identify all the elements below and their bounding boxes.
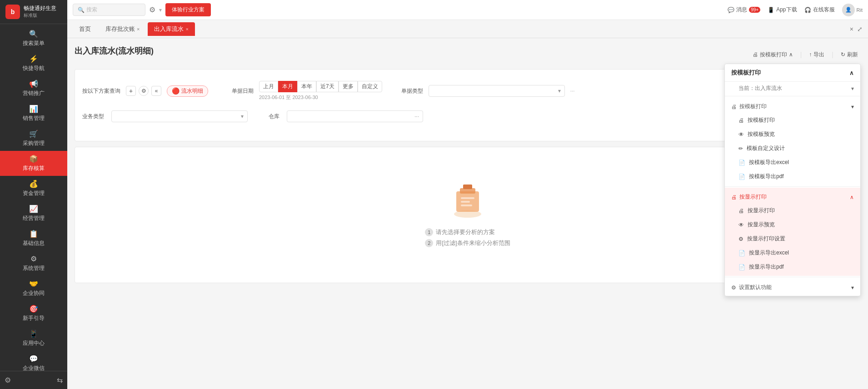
business-label: 业务类型 — [82, 113, 104, 120]
date-btn-last-month[interactable]: 上月 — [259, 81, 278, 92]
template-print-item-5[interactable]: 📄 按模板导出pdf — [725, 170, 860, 184]
tab-current-close[interactable]: × — [185, 26, 188, 32]
topbar-gear-icon[interactable]: ⚙ — [149, 5, 155, 14]
display-print-icon: 🖨 — [731, 194, 737, 200]
empty-icon-svg — [447, 180, 488, 221]
sidebar-item-sales[interactable]: 📊 销售管理 — [0, 101, 67, 126]
sidebar-item-label: 搜索菜单 — [23, 40, 45, 47]
type-select[interactable]: ▾ — [429, 85, 565, 97]
tabs-bar: 首页 库存批次账 × 出入库流水 × × ⤢ — [67, 20, 868, 38]
search-icon: 🔍 — [29, 30, 38, 38]
message-icon: 💬 — [728, 7, 734, 13]
display-print-header[interactable]: 🖨 按显示打印 ∧ — [725, 190, 860, 204]
sidebar-item-basic[interactable]: 📋 基础信息 — [0, 226, 67, 251]
scheme-gear-btn[interactable]: ⚙ — [139, 86, 149, 96]
sidebar-item-marketing[interactable]: 📢 营销推广 — [0, 76, 67, 101]
system-icon: ⚙ — [30, 254, 37, 263]
tab-home[interactable]: 首页 — [73, 22, 97, 36]
tab-inventory-batch-close[interactable]: × — [137, 26, 140, 32]
display-icon-2: 👁 — [738, 222, 744, 228]
online-service-btn[interactable]: 🎧 在线客服 — [804, 6, 835, 14]
display-print-item-5[interactable]: 📄 按显示导出pdf — [725, 260, 860, 274]
date-btn-this-month[interactable]: 本月 — [278, 81, 297, 92]
template-print-header[interactable]: 🖨 按模板打印 ▾ — [725, 99, 860, 113]
wechat-icon: 💬 — [29, 354, 38, 363]
date-btn-custom[interactable]: 自定义 — [358, 81, 382, 92]
template-print-item-4[interactable]: 📄 按模板导出excel — [725, 155, 860, 170]
sidebar-item-purchase[interactable]: 🛒 采购管理 — [0, 126, 67, 151]
sidebar-item-search[interactable]: 🔍 搜索菜单 — [0, 26, 67, 51]
sidebar-item-enterprise[interactable]: 🤝 企业协同 — [0, 276, 67, 301]
warehouse-select[interactable]: ··· — [287, 110, 423, 122]
marketing-icon: 📢 — [29, 80, 38, 88]
user-name: Rit — [857, 7, 863, 13]
template-print-item-1[interactable]: 🖨 按模板打印 — [725, 113, 860, 127]
operations-icon: 📈 — [29, 204, 38, 213]
sidebar-item-inventory[interactable]: 📦 库存核算 — [0, 151, 67, 176]
date-btn-7days[interactable]: 近7天 — [316, 81, 339, 92]
display-print-item-3[interactable]: ⚙ 按显示打印设置 — [725, 232, 860, 246]
print-btn[interactable]: 🖨 按模板打印 ∧ — [750, 49, 796, 60]
dropdown-current[interactable]: 当前：出入库流水 ▾ — [725, 82, 860, 95]
display-icon-1: 🖨 — [738, 208, 744, 214]
logo-icon: b — [5, 5, 20, 19]
sidebar-item-system[interactable]: ⚙ 系统管理 — [0, 251, 67, 276]
user-area[interactable]: 👤 Rit — [842, 4, 863, 16]
template-print-label: 按模板打印 — [739, 103, 767, 110]
trial-btn[interactable]: 体验行业方案 — [165, 3, 211, 16]
app-edition: 标准版 — [24, 12, 56, 19]
svg-rect-5 — [461, 201, 470, 203]
type-label: 单据类型 — [401, 87, 423, 95]
default-func-section: ⚙ 设置默认功能 ▾ — [725, 278, 860, 296]
window-expand-btn[interactable]: ⤢ — [857, 25, 863, 33]
topbar-right: 💬 消息 99+ 📱 App下载 🎧 在线客服 👤 Rit — [728, 4, 863, 16]
sidebar-item-finance[interactable]: 💰 资金管理 — [0, 176, 67, 201]
business-select[interactable]: ▾ — [111, 110, 248, 122]
sidebar-item-wechat[interactable]: 💬 企业微信 — [0, 351, 67, 371]
warehouse-select-arrow: ··· — [414, 113, 419, 120]
sidebar-item-guide[interactable]: 🎯 新手引导 — [0, 301, 67, 326]
sidebar-item-label: 快捷导航 — [23, 65, 45, 72]
app-logo: b 畅捷通好生意 标准版 — [0, 0, 67, 24]
toolbar-separator2: | — [832, 51, 833, 58]
topbar-search-box[interactable]: 🔍 搜索 — [73, 4, 145, 16]
display-label-1: 按显示打印 — [748, 207, 775, 214]
sidebar-item-label: 基础信息 — [23, 239, 45, 247]
display-print-item-1[interactable]: 🖨 按显示打印 — [725, 204, 860, 218]
topbar-dropdown-icon[interactable]: ▾ — [159, 7, 162, 13]
window-close-btn[interactable]: × — [850, 25, 853, 33]
template-print-item-3[interactable]: ✏ 模板自定义设计 — [725, 141, 860, 155]
toolbar-separator1: | — [800, 51, 802, 58]
sidebar-item-shortcut[interactable]: ⚡ 快捷导航 — [0, 51, 67, 76]
date-btn-more[interactable]: 更多 — [339, 81, 358, 92]
dropdown-collapse-icon[interactable]: ∧ — [849, 70, 854, 76]
active-filter-chip[interactable]: 🔴 流水明细 — [167, 85, 208, 97]
settings-bottom-icon[interactable]: ⚙ — [5, 376, 11, 384]
type-more-icon[interactable]: ··· — [570, 88, 575, 94]
dropdown-divider-3 — [725, 277, 860, 277]
refresh-btn[interactable]: ↻ 刷新 — [838, 49, 861, 60]
display-print-item-2[interactable]: 👁 按显示预览 — [725, 218, 860, 232]
expand-icon[interactable]: ⇆ — [57, 376, 63, 384]
sidebar-item-apps[interactable]: 📱 应用中心 — [0, 326, 67, 351]
message-btn[interactable]: 💬 消息 99+ — [728, 6, 760, 14]
template-print-item-2[interactable]: 👁 按模板预览 — [725, 127, 860, 141]
scheme-collapse-btn[interactable]: « — [151, 86, 161, 96]
type-select-arrow: ▾ — [558, 88, 561, 94]
page-content: 出入库流水(流水明细) 🖨 按模板打印 ∧ | ↑ 导出 | ↻ 刷新 — [67, 38, 868, 389]
tab-inventory-batch[interactable]: 库存批次账 × — [99, 22, 146, 36]
app-download-btn[interactable]: 📱 App下载 — [768, 6, 797, 14]
default-func-header[interactable]: ⚙ 设置默认功能 ▾ — [725, 280, 860, 294]
item-icon-1: 🖨 — [738, 117, 744, 124]
item-label-5: 按模板导出pdf — [749, 173, 784, 180]
guide-icon: 🎯 — [29, 304, 38, 313]
sidebar-item-operations[interactable]: 📈 经营管理 — [0, 201, 67, 226]
export-btn[interactable]: ↑ 导出 — [806, 49, 827, 60]
print-label: 按模板打印 — [760, 51, 787, 59]
item-icon-5: 📄 — [738, 174, 745, 180]
display-print-item-4[interactable]: 📄 按显示导出excel — [725, 246, 860, 260]
date-btn-this-year[interactable]: 本年 — [297, 81, 316, 92]
add-scheme-btn[interactable]: + — [126, 86, 136, 96]
tab-current[interactable]: 出入库流水 × — [148, 22, 195, 36]
sidebar-item-label: 营销推广 — [23, 90, 45, 97]
